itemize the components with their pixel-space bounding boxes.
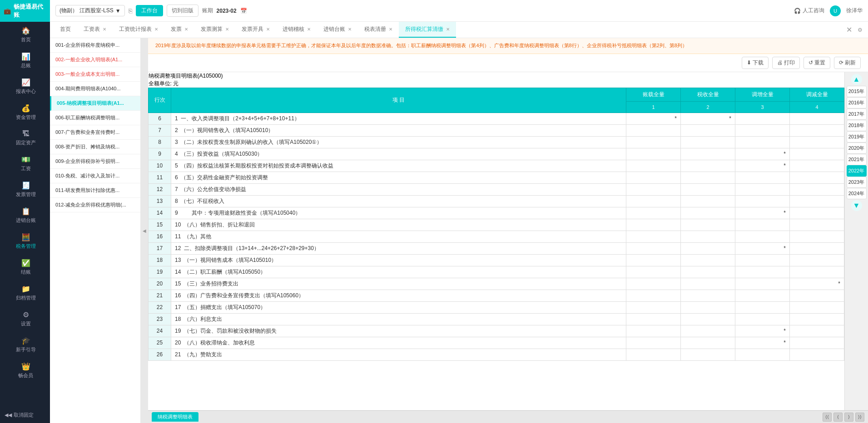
row-col2-cell[interactable] (681, 242, 735, 254)
year-button-2021[interactable]: 2021年 (847, 154, 867, 165)
row-col3-cell[interactable] (735, 136, 790, 148)
tab-salary-sheet[interactable]: 工资表✕ (77, 22, 113, 38)
row-col4-cell[interactable] (790, 148, 844, 160)
row-col4-cell[interactable] (790, 231, 844, 242)
tab-invoice-open[interactable]: 发票开具✕ (235, 22, 276, 38)
row-col1-cell[interactable] (626, 160, 681, 172)
row-col1-cell[interactable] (626, 219, 681, 231)
year-down-button[interactable]: ▼ (851, 200, 862, 211)
tab-close-salary-sheet[interactable]: ✕ (103, 27, 106, 32)
year-button-2015[interactable]: 2015年 (847, 86, 867, 97)
row-col4-cell[interactable] (790, 219, 844, 231)
row-col4-cell[interactable] (790, 195, 844, 207)
year-button-2018[interactable]: 2018年 (847, 120, 867, 131)
left-panel-item-009[interactable]: 009-企业所得税弥补亏损明... (50, 154, 140, 169)
tab-invoice-calc[interactable]: 发票测算✕ (194, 22, 235, 38)
row-col4-cell[interactable] (790, 337, 844, 349)
row-col4-cell[interactable] (790, 124, 844, 136)
tab-close-import-check[interactable]: ✕ (307, 27, 311, 32)
row-col1-cell[interactable] (626, 242, 681, 254)
row-col3-cell[interactable] (735, 219, 790, 231)
row-col4-cell[interactable] (790, 290, 844, 301)
tab-close-tax-clear[interactable]: ✕ (389, 27, 392, 32)
sidebar-item-asset-mgmt[interactable]: 💰资金管理 (0, 99, 50, 125)
left-panel-item-007[interactable]: 007-广告费和业务宣传费时... (50, 125, 140, 140)
service-button[interactable]: 🎧 人工咨询 (794, 7, 824, 15)
row-col1-cell[interactable] (626, 349, 681, 360)
row-col1-cell[interactable] (626, 278, 681, 290)
row-col3-cell[interactable]: * (735, 207, 790, 219)
row-col2-cell[interactable] (681, 124, 735, 136)
row-col1-cell[interactable] (626, 290, 681, 301)
bottom-tab-item[interactable]: 纳税调整明细表 (152, 412, 198, 422)
sidebar-item-salary[interactable]: 💵工资 (0, 151, 50, 177)
row-col4-cell[interactable] (790, 160, 844, 172)
row-col1-cell[interactable] (626, 325, 681, 337)
row-col3-cell[interactable] (735, 172, 790, 183)
row-col1-cell[interactable] (626, 195, 681, 207)
year-button-2023[interactable]: 2023年 (847, 177, 867, 188)
unpin-button[interactable]: ◀◀ 取消固定 (0, 407, 50, 423)
row-col1-cell[interactable] (626, 124, 681, 136)
download-button[interactable]: ⬇ 下载 (742, 57, 769, 69)
row-col1-cell[interactable]: * (626, 113, 681, 124)
collapse-handle[interactable]: ◀ (141, 38, 148, 423)
row-col3-cell[interactable] (735, 301, 790, 313)
row-col2-cell[interactable] (681, 337, 735, 349)
left-panel-item-005[interactable]: 005-纳税调整项目明细表(A1... (50, 96, 140, 111)
row-col2-cell[interactable] (681, 172, 735, 183)
row-col1-cell[interactable] (626, 337, 681, 349)
old-version-button[interactable]: 切到旧版 (167, 5, 198, 17)
tab-close-salary-stat[interactable]: ✕ (154, 27, 158, 32)
year-button-2020[interactable]: 2020年 (847, 143, 867, 154)
left-panel-item-004[interactable]: 004-期间费用明细表(A1040... (50, 82, 140, 96)
sidebar-item-archive[interactable]: 📁归档管理 (0, 280, 50, 306)
row-col3-cell[interactable] (735, 231, 790, 242)
year-button-2016[interactable]: 2016年 (847, 97, 867, 108)
row-col4-cell[interactable] (790, 172, 844, 183)
tab-import-check[interactable]: 进销稽核✕ (276, 22, 317, 38)
row-col4-cell[interactable] (790, 349, 844, 360)
workspace-button[interactable]: 工作台 (136, 5, 163, 16)
row-col3-cell[interactable] (735, 266, 790, 278)
row-col2-cell[interactable] (681, 183, 735, 195)
row-col4-cell[interactable] (790, 266, 844, 278)
row-col4-cell[interactable]: * (790, 278, 844, 290)
row-col2-cell[interactable] (681, 148, 735, 160)
sidebar-item-member[interactable]: 👑畅会员 (0, 358, 50, 384)
left-panel-item-006[interactable]: 006-职工薪酬纳税调整明细... (50, 111, 140, 125)
row-col3-cell[interactable] (735, 183, 790, 195)
sidebar-item-ledger[interactable]: 📊总账 (0, 48, 50, 74)
row-col3-cell[interactable]: * (735, 337, 790, 349)
row-col3-cell[interactable] (735, 254, 790, 266)
left-panel-item-001[interactable]: 001-企业所得税年度纳税申... (50, 38, 140, 53)
row-col1-cell[interactable] (626, 183, 681, 195)
left-panel-item-002[interactable]: 002-一般企业收入明细表(A1... (50, 53, 140, 67)
row-col3-cell[interactable] (735, 195, 790, 207)
row-col2-cell[interactable] (681, 266, 735, 278)
row-col1-cell[interactable] (626, 301, 681, 313)
year-button-2019[interactable]: 2019年 (847, 131, 867, 143)
scroll-right-right-button[interactable]: ⟩⟩ (855, 413, 864, 422)
print-button[interactable]: 🖨 打印 (772, 57, 800, 69)
tab-income-tax[interactable]: 所得税汇算清缴✕ (399, 22, 456, 38)
row-col3-cell[interactable]: * (735, 242, 790, 254)
row-col3-cell[interactable]: * (735, 160, 790, 172)
row-col4-cell[interactable] (790, 313, 844, 325)
row-col2-cell[interactable] (681, 278, 735, 290)
row-col4-cell[interactable] (790, 325, 844, 337)
row-col2-cell[interactable] (681, 231, 735, 242)
row-col3-cell[interactable] (735, 313, 790, 325)
row-col4-cell[interactable] (790, 242, 844, 254)
table-wrapper[interactable]: 纳税调整项目明细表(A105000) 全额单位: 元 行次 项 目 账载全量 税… (148, 72, 844, 410)
tab-home[interactable]: 首页 (54, 22, 77, 38)
row-col2-cell[interactable] (681, 301, 735, 313)
year-button-2024[interactable]: 2024年 (847, 188, 867, 199)
row-col1-cell[interactable] (626, 313, 681, 325)
sidebar-item-tax-mgmt[interactable]: 🧮税务管理 (0, 228, 50, 254)
row-col2-cell[interactable] (681, 219, 735, 231)
close-all-tabs-button[interactable]: ✕ (843, 24, 856, 36)
row-col2-cell[interactable] (681, 195, 735, 207)
row-col3-cell[interactable] (735, 278, 790, 290)
scroll-left-button[interactable]: ⟨ (833, 413, 843, 422)
